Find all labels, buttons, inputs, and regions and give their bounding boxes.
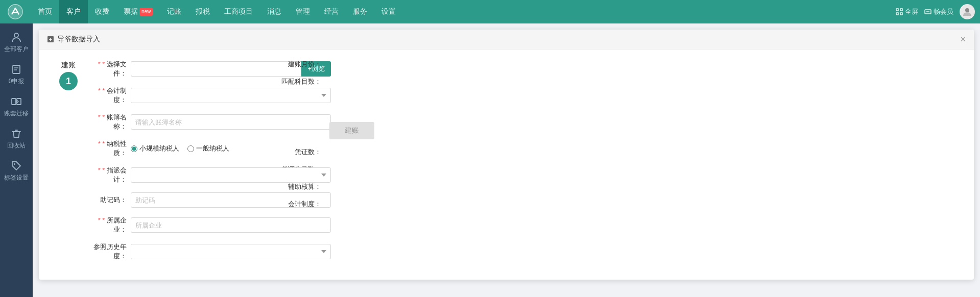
nav-item-tax[interactable]: 报税 [188, 0, 217, 23]
nav-right: 全屏 畅会员 [896, 4, 975, 19]
dialog-header: 导爷数据导入 × [39, 30, 974, 50]
fullscreen-label: 全屏 [905, 7, 918, 16]
month-row: 建账月份： [275, 60, 428, 69]
tax-general-radio[interactable]: 一般纳税人 [187, 144, 229, 153]
voucher-label: 凭证数： [275, 147, 321, 157]
sidebar-item-label: 标签设置 [4, 174, 29, 182]
main-content: 导爷数据导入 × 建账 1 * 选择文件： [33, 23, 980, 297]
dialog-body: 建账 1 * 选择文件： +浏览 [39, 50, 974, 279]
history-select[interactable] [131, 244, 331, 259]
accountant-label: * 指派会计： [86, 166, 127, 184]
svg-rect-4 [900, 13, 902, 15]
svg-point-6 [965, 8, 969, 12]
ledger-label: * 账簿名称： [86, 113, 127, 131]
accountant-select-wrapper [131, 167, 331, 183]
memo-label: 助记码： [86, 195, 127, 205]
svg-rect-9 [12, 98, 16, 105]
avatar[interactable] [960, 4, 975, 19]
history-row: 参照历史年度： [86, 242, 331, 261]
build-button[interactable]: 建账 [329, 122, 374, 139]
close-button[interactable]: × [960, 35, 966, 44]
accounting-select-wrapper [131, 88, 331, 103]
step-label: 建账 [61, 61, 76, 70]
logo [5, 2, 26, 22]
accountant-select[interactable] [131, 167, 331, 183]
sidebar-item-all-customers[interactable]: 全部客户 [1, 28, 32, 58]
sidebar-item-tags[interactable]: 标签设置 [1, 156, 32, 186]
history-label: 参照历史年度： [86, 242, 127, 261]
match-label: 匹配科目数： [275, 77, 321, 86]
svg-point-0 [8, 5, 22, 19]
nav-item-operations[interactable]: 经营 [317, 0, 346, 23]
month-label: 建账月份： [275, 60, 321, 69]
nav-item-invoices[interactable]: 票据 new [116, 0, 160, 23]
sidebar-item-zero-declaration[interactable]: 0申报 [1, 60, 32, 90]
company-label: * 所属企业： [86, 216, 127, 234]
sidebar-item-migration[interactable]: 账套迁移 [1, 92, 32, 122]
nav-item-services[interactable]: 服务 [346, 0, 374, 23]
tax-label: * 纳税性质： [86, 139, 127, 158]
step-indicator: 建账 1 [59, 60, 78, 90]
nav-item-customers[interactable]: 客户 [59, 0, 88, 23]
sidebar-item-label: 账套迁移 [4, 109, 29, 118]
new-badge: new [139, 8, 153, 16]
svg-point-7 [14, 33, 18, 37]
accountant-row: * 指派会计： [86, 166, 331, 184]
voucher-row: 凭证数： [275, 147, 428, 157]
sidebar-item-recycle[interactable]: 回收站 [1, 124, 32, 154]
svg-rect-3 [896, 13, 898, 15]
svg-rect-10 [17, 98, 21, 105]
dialog-title-text: 导爷数据导入 [57, 35, 100, 44]
svg-rect-8 [13, 65, 20, 73]
fullscreen-btn[interactable]: 全屏 [896, 7, 918, 16]
layout: 全部客户 0申报 账套迁移 回收站 标签设置 导爷数据导入 × [0, 23, 980, 297]
accounting-label: * 会计制度： [86, 86, 127, 105]
sidebar-item-label: 0申报 [9, 77, 25, 86]
nav-items: 首页 客户 收费 票据 new 记账 报税 工商项目 消息 管理 经营 服务 设… [31, 0, 896, 23]
tax-small-label: 小规模纳税人 [139, 144, 179, 153]
nav-item-management[interactable]: 管理 [289, 0, 317, 23]
accounting-system-row: 会计制度： [275, 200, 428, 209]
nav-item-settings[interactable]: 设置 [374, 0, 403, 23]
accounting-system-label: 会计制度： [275, 200, 321, 209]
step-circle: 1 [59, 72, 78, 90]
svg-point-11 [14, 163, 15, 165]
nav-item-business[interactable]: 工商项目 [217, 0, 260, 23]
dialog-title: 导爷数据导入 [47, 35, 100, 44]
nav-item-home[interactable]: 首页 [31, 0, 59, 23]
sidebar-item-label: 回收站 [7, 141, 26, 150]
sidebar: 全部客户 0申报 账套迁移 回收站 标签设置 [0, 23, 33, 297]
svg-rect-2 [900, 9, 902, 11]
accounting-row: * 会计制度： [86, 86, 331, 105]
nav-item-bookkeeping[interactable]: 记账 [160, 0, 188, 23]
svg-rect-1 [896, 9, 898, 11]
match-row: 匹配科目数： [275, 77, 428, 86]
nav-item-messages[interactable]: 消息 [260, 0, 289, 23]
tax-small-radio[interactable]: 小规模纳税人 [131, 144, 179, 153]
sidebar-item-label: 全部客户 [4, 45, 29, 54]
member-btn[interactable]: 畅会员 [924, 7, 953, 16]
member-label: 畅会员 [934, 7, 953, 16]
accounting-select[interactable] [131, 88, 331, 103]
dialog: 导爷数据导入 × 建账 1 * 选择文件： [39, 30, 974, 280]
tax-general-label: 一般纳税人 [196, 144, 229, 153]
nav-item-fees[interactable]: 收费 [88, 0, 116, 23]
top-nav: 首页 客户 收费 票据 new 记账 报税 工商项目 消息 管理 经营 服务 设… [0, 0, 980, 23]
history-select-wrapper [131, 244, 331, 259]
auxiliary-label: 辅助核算： [275, 182, 321, 191]
file-label: * 选择文件： [86, 60, 127, 78]
auxiliary-row: 辅助核算： [275, 182, 428, 191]
